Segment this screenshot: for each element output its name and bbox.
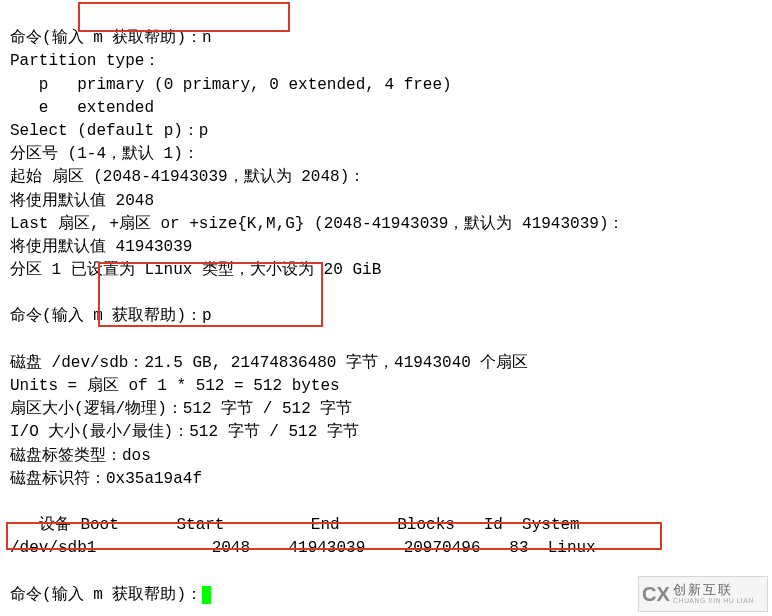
line: Last 扇区, +扇区 or +size{K,M,G} (2048-41943…	[10, 215, 624, 233]
line: 命令(输入 m 获取帮助)：p	[10, 307, 212, 325]
line: Partition type：	[10, 52, 160, 70]
table-header: 设备 Boot Start End Blocks Id System	[10, 516, 580, 534]
watermark: CX 创新互联 CHUANG XIN HU LIAN	[638, 576, 768, 612]
line: 将使用默认值 2048	[10, 192, 154, 210]
table-row: /dev/sdb1 2048 41943039 20970496 83 Linu…	[10, 539, 596, 557]
line: p primary (0 primary, 0 extended, 4 free…	[10, 76, 452, 94]
watermark-logo-icon: CX	[639, 577, 673, 611]
line: 分区号 (1-4，默认 1)：	[10, 145, 199, 163]
line: 扇区大小(逻辑/物理)：512 字节 / 512 字节	[10, 400, 352, 418]
prompt-text: 命令(输入 m 获取帮助)：	[10, 586, 202, 604]
line: 磁盘 /dev/sdb：21.5 GB, 21474836480 字节，4194…	[10, 354, 528, 372]
line: I/O 大小(最小/最佳)：512 字节 / 512 字节	[10, 423, 359, 441]
line: 将使用默认值 41943039	[10, 238, 192, 256]
line: Units = 扇区 of 1 * 512 = 512 bytes	[10, 377, 340, 395]
line: 磁盘标识符：0x35a19a4f	[10, 470, 202, 488]
line: e extended	[10, 99, 154, 117]
prompt-line[interactable]: 命令(输入 m 获取帮助)：	[10, 586, 211, 604]
watermark-text-cn: 创新互联	[673, 583, 754, 597]
line: 磁盘标签类型：dos	[10, 447, 151, 465]
line: 分区 1 已设置为 Linux 类型，大小设为 20 GiB	[10, 261, 381, 279]
line: Select (default p)：p	[10, 122, 208, 140]
line: 命令(输入 m 获取帮助)：n	[10, 29, 212, 47]
cursor	[202, 586, 211, 604]
watermark-text-en: CHUANG XIN HU LIAN	[673, 597, 754, 605]
line: 起始 扇区 (2048-41943039，默认为 2048)：	[10, 168, 365, 186]
terminal-output: 命令(输入 m 获取帮助)：n Partition type： p primar…	[0, 0, 772, 613]
